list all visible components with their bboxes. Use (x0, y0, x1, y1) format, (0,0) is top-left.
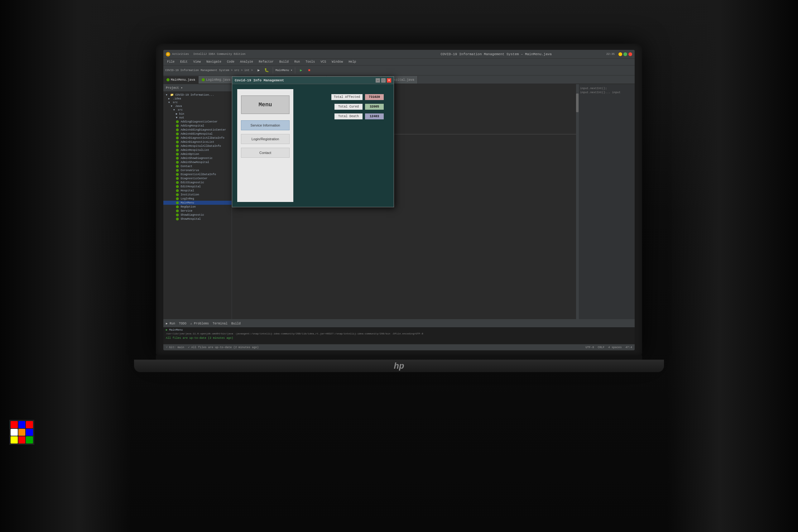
contact-button[interactable]: Contact (241, 148, 290, 158)
activities-label: Activities (172, 53, 189, 56)
tree-contact[interactable]: ⬤ Contact (163, 164, 232, 168)
popup-restore-btn[interactable]: □ (381, 78, 385, 82)
terminal-tab[interactable]: Terminal (213, 322, 228, 325)
curtain-left (0, 0, 131, 532)
menu-code[interactable]: Code (225, 59, 237, 64)
tree-mainmenu[interactable]: ⬤ MainMenu (163, 201, 232, 205)
run-panel-header: ▶ Run TODO ⚠ Problems Terminal Build (163, 320, 635, 327)
close-button[interactable] (628, 52, 632, 56)
cube-cell-1 (11, 421, 18, 428)
menu-view[interactable]: View (191, 59, 203, 64)
popup-minimize-btn[interactable]: – (376, 78, 380, 82)
tree-regoption[interactable]: ⬤ RegOption (163, 205, 232, 209)
tree-admin-diag-list[interactable]: ⬤ AdminDiagnosticsList (163, 140, 232, 144)
tree-java[interactable]: ▼Java (163, 104, 232, 108)
tree-bin[interactable]: ▶ bin (163, 112, 232, 116)
run-tab[interactable]: ▶ Run (166, 322, 175, 325)
toolbar-debug-btn[interactable]: 🐛 (263, 67, 270, 74)
menu-edit[interactable]: Edit (178, 59, 190, 64)
tree-corona[interactable]: ⬤ CoronaVirus (163, 168, 232, 172)
tree-src2-icon: ▼ (173, 109, 177, 111)
tree-src2[interactable]: ▼src (163, 108, 232, 112)
menu-build[interactable]: Build (277, 59, 291, 64)
build-tab[interactable]: Build (231, 322, 241, 325)
cube-cell-3 (26, 421, 33, 428)
total-cured-value: 32005 (365, 104, 384, 110)
tree-edit-diag[interactable]: ⬤ EditDiagnostic (163, 180, 232, 185)
tree-service[interactable]: ⬤ Service (163, 209, 232, 213)
tree-diag-data[interactable]: ⬤ DiagnosticAllDataInfo (163, 172, 232, 176)
menu-title-label: Menu (259, 101, 272, 108)
tree-admin-show-diag[interactable]: ⬤ AdminShowDiagnostic (163, 156, 232, 160)
service-info-button[interactable]: Service Information (241, 120, 290, 130)
menu-file[interactable]: File (165, 59, 177, 64)
menu-vcs[interactable]: VCS (318, 59, 328, 64)
menu-refactor[interactable]: Refactor (256, 59, 276, 64)
status-messages: ✓ All files are up-to-date (2 minutes ag… (188, 346, 259, 349)
project-panel-title: Project ▾ (166, 86, 183, 90)
covid-info-popup[interactable]: Covid-19 Info Management – □ ✕ Menu (232, 76, 394, 207)
problems-tab[interactable]: ⚠ Problems (190, 322, 209, 325)
tree-admin-add-hosp[interactable]: ⬤ AdminAddingHospital (163, 132, 232, 136)
run-config-display: ▶ MainMenu (166, 328, 632, 332)
menu-run[interactable]: Run (292, 59, 302, 64)
project-panel-header: Project ▾ (163, 84, 232, 92)
minimize-button[interactable] (619, 52, 622, 56)
tab-loginreg[interactable]: LoginReg.java (198, 76, 234, 83)
menu-tools[interactable]: Tools (303, 59, 317, 64)
tree-institution[interactable]: ⬤ Institution (163, 193, 232, 197)
run-command: /usr/lib/jvm/java-11.0-openjdk-amd64/bin… (166, 332, 632, 335)
tree-adding-diagnostic[interactable]: ⬤ AddingDiagnosticCenter (163, 120, 232, 124)
right-panel-content: input.nextInt(); input.nextInt()... inpu… (580, 87, 633, 94)
window-controls: 22:35 (606, 52, 632, 56)
toolbar-run-btn[interactable]: ▶ (298, 67, 305, 74)
laptop-screen-bezel: A Activities IntelliJ IDEA Community Edi… (156, 44, 642, 355)
logo-icon: A (166, 52, 170, 56)
tree-adding-hospital[interactable]: ⬤ AddingHospital (163, 124, 232, 128)
todo-tab[interactable]: TODO (179, 322, 186, 325)
status-encoding: UTF-8 (586, 346, 594, 349)
tree-loginreg[interactable]: ⬤ LogInReg (163, 197, 232, 201)
toolbar-build-btn[interactable]: ▶ (255, 67, 262, 74)
tree-idea[interactable]: ▶.idea (163, 97, 232, 101)
tree-show-hosp[interactable]: ⬤ ShowHospital (163, 217, 232, 221)
tree-out[interactable]: ▼ out (163, 116, 232, 120)
tree-admin-diag-data[interactable]: ⬤ AdminDiagnosticAllDataInfo (163, 136, 232, 140)
menu-window[interactable]: Window (329, 59, 345, 64)
editor-scrollbar[interactable] (576, 84, 578, 319)
cube-cell-4 (11, 429, 18, 436)
scrollbar-thumb[interactable] (576, 94, 578, 112)
tree-diag-center[interactable]: ⬤ DiagnosticCenter (163, 176, 232, 180)
tree-show-diag[interactable]: ⬤ ShowDiagnostic (163, 213, 232, 217)
tab-label-loginreg: LoginReg.java (206, 78, 230, 82)
total-death-value: 12403 (365, 113, 384, 119)
tree-edit-hosp[interactable]: ⬤ EditHospital (163, 185, 232, 189)
tree-admin-show-hosp[interactable]: ⬤ AdminShowHospital (163, 160, 232, 164)
tree-admin-add-diag[interactable]: ⬤ AdminAddingDiagnosticCenter (163, 128, 232, 132)
tree-hospital[interactable]: ⬤ Hospital (163, 189, 232, 193)
popup-close-btn[interactable]: ✕ (387, 78, 391, 82)
tree-admin-hosp-list[interactable]: ⬤ AdminHospitalList (163, 148, 232, 152)
cube-face (10, 420, 34, 445)
total-cured-label: Total Cured (335, 104, 363, 110)
tab-mainmenu[interactable]: MainMenu.java (163, 76, 198, 83)
tree-admin-option[interactable]: ⬤ AdminOption (163, 152, 232, 156)
menu-navigate[interactable]: Navigate (204, 59, 224, 64)
tab-label-mainmenu: MainMenu.java (171, 78, 195, 82)
tree-src[interactable]: ▼src (163, 101, 232, 104)
menu-help[interactable]: Help (346, 59, 359, 64)
toolbar-stop-btn[interactable]: ■ (306, 67, 313, 74)
toolbar: COVID-19 Information Management System >… (163, 65, 635, 75)
cube-cell-7 (11, 436, 18, 443)
tree-admin-hosp-data[interactable]: ⬤ AdminHospitalAllDataInfo (163, 144, 232, 148)
toolbar-separator (273, 67, 273, 74)
service-info-label: Service Information (251, 124, 280, 127)
popup-content: Menu Service Information Login/Registrat… (232, 84, 394, 207)
maximize-button[interactable] (624, 52, 627, 56)
login-registration-button[interactable]: Login/Registration (241, 134, 290, 144)
menu-left-panel: Menu Service Information Login/Registrat… (237, 89, 293, 202)
tree-project-root[interactable]: ▼📁 COVID-19 Information... (163, 93, 232, 97)
status-indent: 4 spaces (608, 346, 622, 349)
total-affected-row: Total Affected 731020 (303, 94, 384, 100)
menu-analyze[interactable]: Analyze (238, 59, 255, 64)
